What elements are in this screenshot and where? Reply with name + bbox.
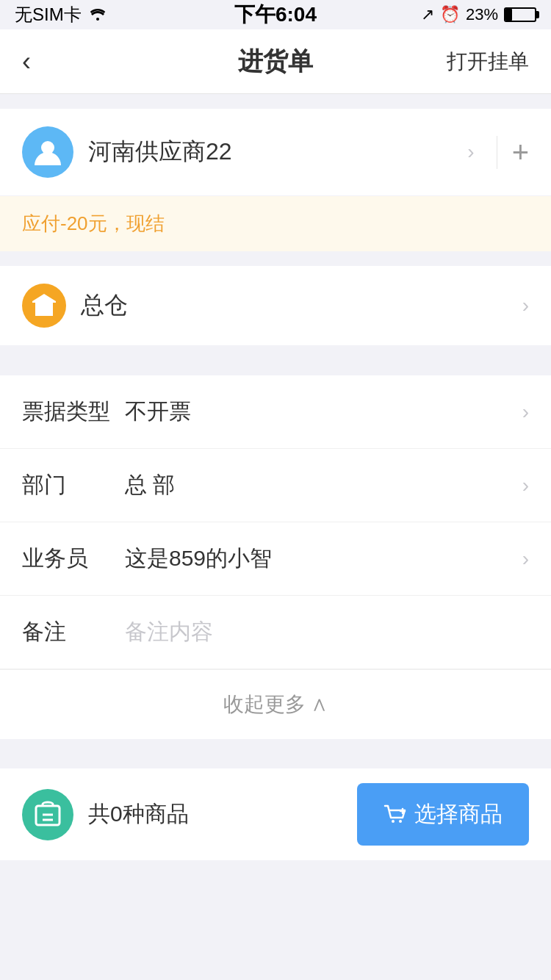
department-value: 总 部 bbox=[125, 470, 522, 500]
warehouse-row[interactable]: 总仓 › bbox=[0, 266, 551, 346]
wifi-icon bbox=[87, 4, 108, 25]
select-product-label: 选择商品 bbox=[414, 799, 503, 829]
bottom-bar: 共0种商品 选择商品 bbox=[0, 768, 551, 860]
invoice-type-value: 不开票 bbox=[125, 397, 522, 427]
collapse-button[interactable]: 收起更多 ∧ bbox=[0, 669, 551, 739]
salesperson-row[interactable]: 业务员 这是859的小智 › bbox=[0, 522, 551, 596]
supplier-section: 河南供应商22 › + 应付-20元，现结 bbox=[0, 109, 551, 251]
salesperson-label: 业务员 bbox=[22, 544, 125, 574]
status-bar-time: 下午6:04 bbox=[234, 1, 317, 29]
form-section: 票据类型 不开票 › 部门 总 部 › 业务员 这是859的小智 › 备注 备注… bbox=[0, 375, 551, 739]
nav-bar: ‹ 进货单 打开挂单 bbox=[0, 29, 551, 94]
warehouse-section: 总仓 › bbox=[0, 266, 551, 346]
notice-bar: 应付-20元，现结 bbox=[0, 196, 551, 251]
add-supplier-button[interactable]: + bbox=[497, 136, 529, 169]
invoice-type-label: 票据类型 bbox=[22, 397, 125, 427]
warehouse-icon-wrap bbox=[22, 284, 66, 328]
user-icon bbox=[32, 136, 64, 168]
department-row[interactable]: 部门 总 部 › bbox=[0, 449, 551, 522]
warehouse-name: 总仓 bbox=[81, 289, 522, 322]
location-icon: ↗ bbox=[421, 5, 434, 24]
warehouse-chevron-icon: › bbox=[522, 294, 529, 317]
battery-icon bbox=[504, 7, 536, 22]
supplier-name: 河南供应商22 bbox=[88, 136, 467, 168]
status-bar-right: ↗ ⏰ 23% bbox=[421, 5, 536, 24]
salesperson-value: 这是859的小智 bbox=[125, 544, 522, 574]
remark-row[interactable]: 备注 备注内容 bbox=[0, 596, 551, 669]
carrier-text: 无SIM卡 bbox=[15, 3, 82, 26]
svg-point-5 bbox=[399, 820, 402, 823]
section-gap-2 bbox=[0, 251, 551, 266]
department-chevron-icon: › bbox=[522, 474, 529, 497]
invoice-type-row[interactable]: 票据类型 不开票 › bbox=[0, 375, 551, 449]
select-product-button[interactable]: 选择商品 bbox=[357, 783, 529, 846]
back-button[interactable]: ‹ bbox=[22, 46, 66, 77]
supplier-avatar bbox=[22, 126, 73, 178]
collapse-text: 收起更多 ∧ bbox=[223, 691, 328, 718]
invoice-chevron-icon: › bbox=[522, 400, 529, 424]
section-gap-4 bbox=[0, 739, 551, 754]
remark-label: 备注 bbox=[22, 617, 125, 647]
salesperson-chevron-icon: › bbox=[522, 547, 529, 571]
product-icon bbox=[33, 800, 62, 829]
main-content: 河南供应商22 › + 应付-20元，现结 总仓 › 票据类型 不开票 › bbox=[0, 94, 551, 980]
product-icon-wrap bbox=[22, 789, 73, 840]
svg-point-4 bbox=[392, 820, 395, 823]
status-bar-left: 无SIM卡 bbox=[15, 3, 108, 26]
cart-plus-icon bbox=[383, 804, 407, 825]
alarm-icon: ⏰ bbox=[440, 5, 460, 24]
department-label: 部门 bbox=[22, 470, 125, 500]
notice-text: 应付-20元，现结 bbox=[22, 212, 165, 234]
page-title: 进货单 bbox=[238, 45, 313, 79]
supplier-row[interactable]: 河南供应商22 › + bbox=[0, 109, 551, 196]
remark-placeholder: 备注内容 bbox=[125, 617, 529, 647]
section-gap-3 bbox=[0, 346, 551, 361]
section-gap-1 bbox=[0, 94, 551, 109]
product-count: 共0种商品 bbox=[88, 799, 342, 829]
status-bar: 无SIM卡 下午6:04 ↗ ⏰ 23% bbox=[0, 0, 551, 29]
battery-text: 23% bbox=[466, 5, 498, 24]
warehouse-icon bbox=[31, 292, 57, 319]
supplier-chevron-icon: › bbox=[467, 140, 474, 164]
open-pending-button[interactable]: 打开挂单 bbox=[447, 48, 529, 76]
